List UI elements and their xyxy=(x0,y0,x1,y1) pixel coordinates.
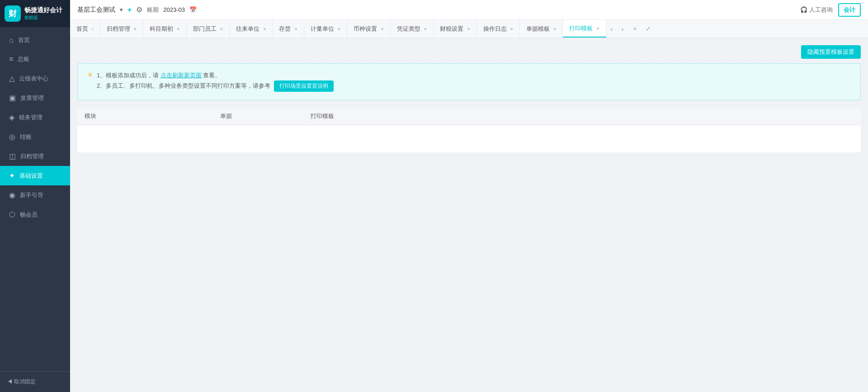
tab-label-supplier: 往来单位 xyxy=(236,25,259,33)
archive-icon: ◫ xyxy=(9,152,16,161)
sidebar-item-label-member: 畅会员 xyxy=(20,211,38,219)
notice-text-2-pre: 2、多员工、多打印机、多种业务类型设置不同打印方案等，请参考 xyxy=(97,82,270,89)
tab-close-singleform[interactable]: × xyxy=(553,26,556,32)
settlement-icon: ◎ xyxy=(9,132,15,141)
sidebar-item-label-settlement: 结账 xyxy=(20,133,32,141)
tab-unit[interactable]: 计量单位 × xyxy=(304,20,347,38)
main-area: 基层工会测试 ▾ + ⚙ 账期 2023-03 📅 🎧 人工咨询 会计 首页 ›… xyxy=(70,0,868,392)
add-company-button[interactable]: + xyxy=(127,6,132,14)
tab-close-archive[interactable]: × xyxy=(134,26,137,32)
kuaiji-button[interactable]: 会计 xyxy=(838,3,861,17)
notice-text-1-post: 查看。 xyxy=(203,72,221,79)
tab-label-unit: 计量单位 xyxy=(311,25,334,33)
calendar-icon[interactable]: 📅 xyxy=(189,6,197,13)
tab-subject[interactable]: 科目期初 × xyxy=(143,20,186,38)
tab-singleform[interactable]: 单据模板 × xyxy=(520,20,563,38)
logo-icon: 财 xyxy=(5,5,21,22)
tab-printtemplate[interactable]: 打印模板 × xyxy=(563,20,606,38)
tab-oplog[interactable]: 操作日志 × xyxy=(477,20,520,38)
col-header-module: 模块 xyxy=(77,108,213,125)
support-button[interactable]: 🎧 人工咨询 xyxy=(800,6,833,14)
sidebar-item-tax[interactable]: ◈ 税务管理 xyxy=(0,108,70,127)
sidebar-item-ledger[interactable]: ≡ 总账 xyxy=(0,50,70,69)
tab-expand-button[interactable]: ⤢ xyxy=(642,20,655,38)
tab-close-home: › xyxy=(92,26,94,32)
company-dropdown-icon[interactable]: ▾ xyxy=(120,6,123,13)
col-header-single: 单据 xyxy=(213,108,303,125)
tab-dept[interactable]: 部门员工 × xyxy=(187,20,230,38)
logo-text: 畅捷通好会计 旗舰版 xyxy=(24,6,62,21)
kuaiji-label: 会计 xyxy=(844,6,855,13)
member-icon: ⬡ xyxy=(9,210,15,219)
sidebar-item-archive[interactable]: ◫ 归档管理 xyxy=(0,146,70,166)
company-name: 基层工会测试 xyxy=(77,6,115,14)
tax-icon: ◈ xyxy=(9,113,14,122)
settings-icon: ✦ xyxy=(9,171,15,180)
sidebar-item-settings[interactable]: ✦ 基础设置 xyxy=(0,166,70,185)
logo-main-text: 畅捷通好会计 xyxy=(24,6,62,14)
sidebar-nav: ⌂ 首页 ≡ 总账 △ 云报表中心 ▣ 发票管理 ◈ 税务管理 ◎ 结账 ◫ 归… xyxy=(0,27,70,371)
tab-label-oplog: 操作日志 xyxy=(483,25,507,33)
sidebar-item-reports[interactable]: △ 云报表中心 xyxy=(0,69,70,88)
sidebar-logo: 财 畅捷通好会计 旗舰版 xyxy=(0,0,70,27)
unpin-button[interactable]: ◀ 取消固定 xyxy=(0,371,70,392)
tab-close-all-button[interactable]: × xyxy=(628,20,642,38)
tab-close-printtemplate[interactable]: × xyxy=(596,26,599,31)
tab-label-dept: 部门员工 xyxy=(193,25,217,33)
sidebar-item-label-invoice: 发票管理 xyxy=(20,94,44,102)
headset-icon: 🎧 xyxy=(800,6,807,13)
ledger-icon: ≡ xyxy=(9,55,13,63)
tab-label-archive: 归档管理 xyxy=(107,25,130,33)
tab-home[interactable]: 首页 › xyxy=(70,20,100,38)
tab-close-currency[interactable]: × xyxy=(381,26,383,32)
tab-currency[interactable]: 币种设置 × xyxy=(347,20,390,38)
invoice-icon: ▣ xyxy=(9,94,16,102)
tab-label-singleform: 单据模板 xyxy=(526,25,550,33)
period-label: 账期 xyxy=(147,6,159,14)
tabbar: 首页 › 归档管理 × 科目期初 × 部门员工 × 往来单位 × 存货 × 计量… xyxy=(70,20,868,38)
tab-close-dept[interactable]: × xyxy=(220,26,223,32)
tab-inventory[interactable]: 存货 × xyxy=(273,20,304,38)
sidebar-item-member[interactable]: ⬡ 畅会员 xyxy=(0,205,70,224)
hide-preview-button[interactable]: 隐藏预置模板设置 xyxy=(801,45,861,59)
tab-financial[interactable]: 财税设置 × xyxy=(434,20,476,38)
period-value: 2023-03 xyxy=(163,6,185,13)
guide-icon: ◉ xyxy=(9,191,15,199)
sidebar-item-home[interactable]: ⌂ 首页 xyxy=(0,31,70,50)
sidebar-item-settlement[interactable]: ◎ 结账 xyxy=(0,127,70,146)
tab-close-supplier[interactable]: × xyxy=(263,26,266,32)
tab-close-subject[interactable]: × xyxy=(177,26,179,32)
tab-supplier[interactable]: 往来单位 × xyxy=(230,20,273,38)
tab-label-currency: 币种设置 xyxy=(354,25,377,33)
sidebar-item-label-ledger: 总账 xyxy=(18,55,29,63)
tab-close-financial[interactable]: × xyxy=(467,26,470,32)
tab-close-inventory[interactable]: × xyxy=(294,26,297,32)
settings-gear-icon[interactable]: ⚙ xyxy=(136,5,142,14)
topbar-right: 🎧 人工咨询 会计 xyxy=(800,3,861,17)
sidebar: 财 畅捷通好会计 旗舰版 ⌂ 首页 ≡ 总账 △ 云报表中心 ▣ 发票管理 ◈ … xyxy=(0,0,70,392)
sidebar-item-invoice[interactable]: ▣ 发票管理 xyxy=(0,88,70,108)
table-body xyxy=(77,125,861,152)
notice-row-1: ☀ 1、模板添加成功后，请 点击刷新新页面 查看。 2、多员工、多打印机、多种业… xyxy=(87,70,851,92)
topbar: 基层工会测试 ▾ + ⚙ 账期 2023-03 📅 🎧 人工咨询 会计 xyxy=(70,0,868,20)
home-icon: ⌂ xyxy=(9,36,14,44)
sidebar-item-label-home: 首页 xyxy=(18,36,30,44)
data-table: 模块 单据 打印模板 xyxy=(77,108,861,152)
tab-close-voucher[interactable]: × xyxy=(424,26,427,32)
logo-sub-text: 旗舰版 xyxy=(24,14,62,21)
notice-refresh-link[interactable]: 点击刷新新页面 xyxy=(160,72,202,79)
print-scene-button[interactable]: 打印场景设置宣说明 xyxy=(274,80,334,92)
tab-label-subject: 科目期初 xyxy=(150,25,173,33)
notice-line-2: 2、多员工、多打印机、多种业务类型设置不同打印方案等，请参考 打印场景设置宣说明 xyxy=(97,80,334,92)
tab-archive[interactable]: 归档管理 × xyxy=(100,20,143,38)
sidebar-item-guide[interactable]: ◉ 新手引导 xyxy=(0,185,70,205)
tab-nav-next[interactable]: › xyxy=(617,20,628,38)
sidebar-item-label-tax: 税务管理 xyxy=(19,113,42,122)
tab-label-voucher: 凭证类型 xyxy=(397,25,420,33)
tab-close-oplog[interactable]: × xyxy=(510,26,513,32)
notice-content: 1、模板添加成功后，请 点击刷新新页面 查看。 2、多员工、多打印机、多种业务类… xyxy=(97,70,334,92)
tab-close-unit[interactable]: × xyxy=(338,26,340,32)
bulb-icon: ☀ xyxy=(87,71,93,79)
tab-nav-prev[interactable]: ‹ xyxy=(606,20,617,38)
tab-voucher[interactable]: 凭证类型 × xyxy=(391,20,434,38)
